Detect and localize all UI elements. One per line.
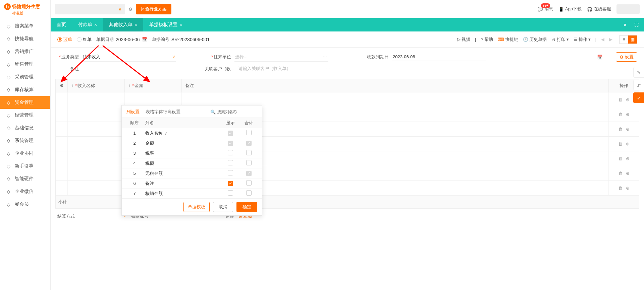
sidebar-item-14[interactable]: ◇畅会员 [0, 198, 50, 211]
calendar-icon[interactable]: 📅 [597, 55, 602, 60]
org-selector[interactable]: ∨ [55, 4, 125, 14]
close-icon[interactable]: × [179, 22, 182, 27]
shortcut-link[interactable]: ⌨快捷键 [498, 37, 518, 43]
checkbox-icon[interactable]: ✓ [246, 171, 252, 176]
trial-button[interactable]: 体验行业方案 [136, 4, 171, 14]
delete-icon[interactable]: 🗑 [618, 97, 623, 102]
checkbox-icon[interactable] [246, 130, 252, 135]
message-link[interactable]: 💬 消息 99+ [538, 6, 553, 12]
pop-template-button[interactable]: 单据模板 [183, 202, 210, 212]
pop-search-input[interactable] [217, 110, 257, 114]
calendar-icon[interactable]: 📅 [142, 37, 147, 42]
sidebar-item-5[interactable]: ◇库存核算 [0, 83, 50, 96]
sidebar-item-9[interactable]: ◇系统管理 [0, 134, 50, 147]
partner-select[interactable]: 选择...⋯ [234, 53, 328, 62]
sidebar-item-4[interactable]: ◇采购管理 [0, 71, 50, 83]
history-link[interactable]: 🕑历史单据 [523, 37, 547, 43]
checkbox-icon[interactable]: ✓ [246, 141, 252, 146]
close-icon[interactable]: × [135, 22, 137, 27]
print-link[interactable]: 🖨打印▾ [551, 37, 569, 43]
checkbox-icon[interactable] [246, 190, 252, 196]
tab-expand-icon[interactable]: ⛶ [632, 20, 641, 29]
sidebar-item-12[interactable]: ◇智能硬件 [0, 172, 50, 185]
tab-2[interactable]: 其他收入单× [103, 18, 143, 31]
checkbox-icon[interactable] [228, 160, 233, 165]
video-link[interactable]: ▷视频 [457, 37, 470, 43]
delete-icon[interactable]: 🗑 [618, 112, 623, 117]
radio-blue[interactable]: 蓝单 [57, 37, 72, 43]
pop-tab-columns[interactable]: 列设置 [126, 109, 140, 115]
settle-method-select[interactable]: ∨ [79, 213, 126, 219]
checkbox-icon[interactable] [246, 180, 252, 186]
help-link[interactable]: ?帮助 [481, 37, 493, 43]
sidebar-item-7[interactable]: ◇经营管理 [0, 109, 50, 122]
doc-toolbar: 蓝单 红单 单据日期 2023-06-06 📅 单据编号 SR-20230606… [51, 31, 644, 48]
menu-icon: ☰ [574, 37, 578, 42]
rel-cust-input[interactable]: 请输入关联客户（收入单）⋯ [238, 64, 332, 73]
app-download-link[interactable]: 📱 App下载 [558, 6, 582, 12]
rail-note-icon[interactable]: ✎ [633, 67, 644, 78]
col-remark[interactable]: 备注 [182, 79, 609, 92]
sidebar-item-13[interactable]: ◇企业微信 [0, 185, 50, 198]
checkbox-icon[interactable]: ✓ [228, 141, 233, 146]
radio-red[interactable]: 红单 [77, 37, 92, 43]
delete-icon[interactable]: 🗑 [618, 127, 623, 132]
memo-input[interactable] [82, 67, 176, 70]
tab-0[interactable]: 首页 [51, 18, 72, 31]
delete-icon[interactable]: 🗑 [618, 141, 623, 146]
due-date-input[interactable]: 2023-06-06 [392, 53, 486, 61]
col-income[interactable]: ▲▼*收入名称 [68, 79, 125, 92]
chevron-down-icon[interactable]: ∨ [164, 131, 167, 136]
ops-link[interactable]: ☰操作▾ [574, 37, 591, 43]
copy-icon[interactable]: ⊕ [626, 186, 630, 191]
tab-close-all-icon[interactable]: ✕ [621, 20, 629, 29]
grid-gear-icon[interactable]: ⚙ [56, 79, 68, 92]
close-icon[interactable]: × [94, 22, 97, 27]
copy-icon[interactable]: ⊕ [626, 156, 630, 161]
prev-icon[interactable]: ◀ [601, 37, 604, 42]
memo-label: 备注 [57, 66, 79, 72]
view-card-icon[interactable]: ▦ [628, 35, 637, 44]
tab-3[interactable]: 单据模板设置× [143, 18, 188, 31]
checkbox-icon[interactable] [228, 190, 233, 196]
sidebar-item-2[interactable]: ◇营销推广 [0, 45, 50, 58]
doc-date-value[interactable]: 2023-06-06 [116, 37, 140, 42]
copy-icon[interactable]: ⊕ [626, 97, 630, 102]
pop-tab-font[interactable]: 表格字体行高设置 [146, 109, 180, 115]
customer-service-link[interactable]: 🎧 在线客服 [587, 6, 611, 12]
sidebar-item-6[interactable]: ◇资金管理 [0, 96, 50, 109]
copy-icon[interactable]: ⊕ [626, 127, 630, 132]
checkbox-icon[interactable]: ✓ [228, 181, 233, 186]
biz-type-select[interactable]: 往来收入∨ [82, 53, 176, 62]
rail-attach-icon[interactable]: 🖇 [633, 80, 644, 90]
tab-1[interactable]: 付款单× [72, 18, 103, 31]
copy-icon[interactable]: ⊕ [626, 171, 630, 176]
sidebar-item-8[interactable]: ◇基础信息 [0, 122, 50, 134]
sidebar-item-0[interactable]: ◇搜索菜单 [0, 20, 50, 32]
checkbox-icon[interactable] [228, 170, 233, 175]
avatar[interactable] [616, 4, 640, 14]
checkbox-icon[interactable] [246, 160, 252, 165]
gear-icon[interactable]: ⚙ [128, 7, 132, 12]
copy-icon[interactable]: ⊕ [626, 112, 630, 117]
sidebar-item-10[interactable]: ◇企业协同 [0, 147, 50, 160]
next-icon[interactable]: ▶ [609, 37, 612, 42]
delete-icon[interactable]: 🗑 [618, 156, 623, 161]
view-list-icon[interactable]: ≡ [620, 35, 628, 44]
delete-icon[interactable]: 🗑 [618, 186, 623, 191]
checkbox-icon[interactable] [246, 150, 252, 155]
settings-button[interactable]: ⚙设置 [616, 52, 637, 62]
sidebar-item-11[interactable]: ◇新手引导 [0, 160, 50, 172]
checkbox-icon[interactable]: ✓ [228, 131, 233, 136]
pop-cancel-button[interactable]: 取消 [213, 202, 233, 212]
rail-expand-icon[interactable]: ⤢ [633, 92, 644, 103]
sidebar-item-1[interactable]: ◇快捷导航 [0, 32, 50, 45]
sidebar-item-3[interactable]: ◇销售管理 [0, 58, 50, 71]
checkbox-icon[interactable] [228, 150, 233, 155]
topbar: ∨ ⚙ 体验行业方案 💬 消息 99+ 📱 App下载 🎧 在线客服 [51, 0, 644, 18]
col-amount[interactable]: ▲▼*金额 [125, 79, 182, 92]
copy-icon[interactable]: ⊕ [626, 141, 630, 146]
search-icon: 🔍 [210, 110, 216, 115]
pop-ok-button[interactable]: 确定 [236, 202, 257, 212]
delete-icon[interactable]: 🗑 [618, 171, 623, 176]
